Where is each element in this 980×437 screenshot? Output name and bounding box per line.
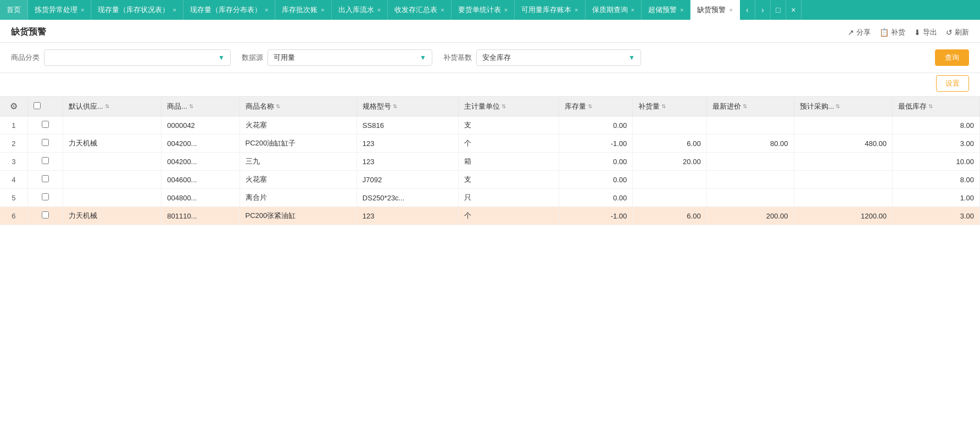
row-checkbox[interactable] [42, 121, 49, 128]
query-button[interactable]: 查询 [935, 49, 969, 66]
replenish-filter-group: 补货基数 安全库存 ▼ [443, 49, 641, 66]
tab-order-stats[interactable]: 要货单统计表 × [452, 0, 515, 20]
refresh-icon: ↺ [946, 28, 953, 37]
th-stock-sort[interactable]: 库存量 ⇅ [565, 102, 592, 111]
th-product-name-sort[interactable]: 商品名称 ⇅ [246, 102, 280, 111]
row-checkbox[interactable] [42, 193, 49, 200]
replenish-icon: 📋 [879, 28, 889, 37]
replenish-value: 安全库存 [482, 53, 511, 63]
tab-close-expiry[interactable]: × [631, 7, 634, 13]
replenish-sort-icon: ⇅ [661, 103, 666, 109]
tab-close-shortage[interactable]: × [729, 7, 732, 13]
row-product-code: 004200... [162, 153, 240, 171]
row-latest-price [706, 116, 794, 135]
main-content: 缺货预警 ↗ 分享 📋 补货 ⬇ 导出 ↺ 刷新 商品分类 [0, 20, 980, 437]
table-container: ⚙ 默认供应... ⇅ 商品... ⇅ [0, 97, 980, 225]
row-est-purchase [794, 189, 892, 207]
datasource-select[interactable]: 可用量 ▼ [268, 49, 432, 66]
tab-prev-btn[interactable]: ‹ [740, 0, 755, 20]
th-supplier: 默认供应... ⇅ [63, 97, 161, 116]
th-est-purchase-sort[interactable]: 预计采购... ⇅ [800, 102, 840, 111]
row-latest-price: 80.00 [706, 135, 794, 153]
stock-sort-icon: ⇅ [588, 103, 592, 109]
tab-close-summary[interactable]: × [441, 7, 444, 13]
replenish-button[interactable]: 📋 补货 [879, 27, 905, 37]
row-replenish: 6.00 [633, 207, 706, 225]
row-product-code: 004800... [162, 189, 240, 207]
table-row: 6 力天机械 801110... PC200张紧油缸 123 个 -1.00 6… [0, 207, 980, 225]
row-unit: 个 [458, 135, 559, 153]
tab-close-flow[interactable]: × [377, 7, 381, 13]
tab-flow[interactable]: 出入库流水 × [332, 0, 388, 20]
select-all-checkbox[interactable] [34, 102, 41, 109]
tab-close-stock-dist[interactable]: × [265, 7, 268, 13]
tab-stock-status[interactable]: 现存量（库存状况表） × [91, 0, 183, 20]
tab-batch[interactable]: 库存批次账 × [275, 0, 331, 20]
row-supplier [63, 189, 161, 207]
datasource-filter-group: 数据源 可用量 ▼ [242, 49, 432, 66]
tab-home[interactable]: 首页 [0, 0, 28, 20]
tab-summary[interactable]: 收发存汇总表 × [388, 0, 451, 20]
supplier-sort-icon: ⇅ [105, 103, 109, 109]
row-checkbox[interactable] [42, 175, 49, 182]
table-row: 1 0000042 火花塞 SS816 支 0.00 8.00 [0, 116, 980, 135]
tab-overstock[interactable]: 超储预警 × [642, 0, 691, 20]
tab-close-abnormal[interactable]: × [81, 7, 84, 13]
row-index: 1 [0, 116, 27, 135]
th-unit: 主计量单位 ⇅ [458, 97, 559, 116]
row-checkbox[interactable] [42, 157, 49, 164]
column-settings-icon[interactable]: ⚙ [10, 102, 18, 111]
th-checkbox [27, 97, 63, 116]
th-min-stock-sort[interactable]: 最低库存 ⇅ [898, 102, 933, 111]
tab-close-available[interactable]: × [575, 7, 578, 13]
row-est-purchase: 1200.00 [794, 207, 892, 225]
product-code-sort-icon: ⇅ [189, 103, 193, 109]
row-checkbox-cell [27, 153, 63, 171]
th-product-code-sort[interactable]: 商品... ⇅ [167, 102, 193, 111]
row-stock: 0.00 [559, 153, 633, 171]
tab-next-btn[interactable]: › [755, 0, 771, 20]
refresh-button[interactable]: ↺ 刷新 [946, 27, 969, 37]
tab-close-stock-status[interactable]: × [172, 7, 176, 13]
tab-close-batch[interactable]: × [321, 7, 324, 13]
category-select[interactable]: ▼ [44, 49, 231, 66]
tab-close-overstock[interactable]: × [680, 7, 683, 13]
datasource-arrow-icon: ▼ [420, 54, 426, 61]
tab-close-order-stats[interactable]: × [504, 7, 508, 13]
th-replenish-sort[interactable]: 补货量 ⇅ [638, 102, 666, 111]
product-name-sort-icon: ⇅ [276, 103, 280, 109]
tab-window-btn[interactable]: □ [771, 0, 786, 20]
th-supplier-sort[interactable]: 默认供应... ⇅ [69, 102, 109, 111]
replenish-label: 补货基数 [443, 53, 472, 63]
share-icon: ↗ [848, 28, 854, 37]
share-button[interactable]: ↗ 分享 [848, 27, 871, 37]
latest-price-sort-icon: ⇅ [743, 103, 747, 109]
row-spec: 123 [357, 207, 458, 225]
min-stock-sort-icon: ⇅ [928, 103, 933, 109]
tab-close-all-btn[interactable]: × [786, 0, 801, 20]
row-index: 4 [0, 171, 27, 189]
th-latest-price-sort[interactable]: 最新进价 ⇅ [712, 102, 747, 111]
th-spec-sort[interactable]: 规格型号 ⇅ [363, 102, 397, 111]
row-replenish [633, 171, 706, 189]
category-label: 商品分类 [11, 53, 40, 63]
tab-stock-dist[interactable]: 现存量（库存分布表） × [183, 0, 275, 20]
export-button[interactable]: ⬇ 导出 [914, 27, 937, 37]
tab-shortage[interactable]: 缺货预警 × [691, 0, 739, 20]
settings-button[interactable]: 设置 [936, 75, 969, 92]
row-spec: SS816 [357, 116, 458, 135]
row-product-code: 004200... [162, 135, 240, 153]
th-unit-sort[interactable]: 主计量单位 ⇅ [464, 102, 506, 111]
tab-available[interactable]: 可用量库存账本 × [515, 0, 585, 20]
replenish-select[interactable]: 安全库存 ▼ [476, 49, 641, 66]
header-actions: ↗ 分享 📋 补货 ⬇ 导出 ↺ 刷新 [848, 27, 969, 37]
row-supplier [63, 116, 161, 135]
row-checkbox[interactable] [42, 139, 49, 146]
tab-abnormal[interactable]: 拣货异常处理 × [28, 0, 91, 20]
row-checkbox[interactable] [42, 211, 49, 218]
table-row: 3 004200... 三九 123 箱 0.00 20.00 10.00 [0, 153, 980, 171]
row-unit: 支 [458, 116, 559, 135]
tab-expiry[interactable]: 保质期查询 × [586, 0, 642, 20]
row-index: 6 [0, 207, 27, 225]
row-product-name: PC200张紧油缸 [240, 207, 357, 225]
